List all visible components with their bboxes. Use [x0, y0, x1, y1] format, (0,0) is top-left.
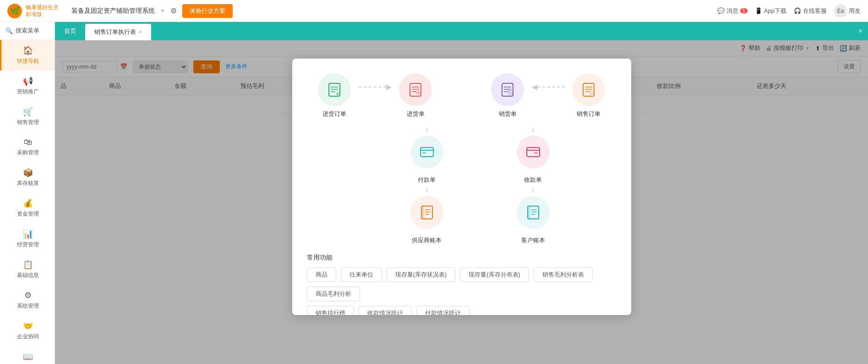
flow-label-supplier-ledger: 供应商账本 [412, 236, 442, 244]
flow-label-purchase-bill: 进货单 [407, 110, 425, 118]
sidebar-item-purchase[interactable]: 🛍 采购管理 [0, 132, 55, 162]
online-service-item[interactable]: 🎧 在线客服 [794, 7, 827, 15]
operations-icon: 📊 [23, 229, 33, 239]
app-download-item[interactable]: 📱 App下载 [755, 7, 786, 15]
func-btn-sales-profit[interactable]: 销售毛利分析表 [534, 267, 593, 282]
svg-rect-20 [420, 147, 433, 157]
message-badge: 5 [740, 8, 748, 13]
sidebar-item-beginner[interactable]: 📖 新手引导 [0, 346, 55, 364]
func-btn-products[interactable]: 商品 [307, 267, 336, 282]
func-btn-stock-status[interactable]: 现存量(库存状况表) [387, 267, 456, 282]
message-item[interactable]: 💬 消息 5 [717, 7, 748, 15]
finance-icon: 💰 [23, 198, 33, 208]
top-bar-left: 🌿 畅康通好生意 标准版 装备及固定资产辅助管理系统 ▼ ⚙ 体验行业方案 [7, 4, 233, 18]
basic-info-icon: 📋 [23, 260, 33, 270]
flow-circle-payment [410, 136, 443, 168]
page-content: ❓ 帮助 🖨 按模板打印 ▼ ⬆ 导出 🔄 刷新 [55, 40, 868, 364]
sidebar-item-finance[interactable]: 💰 资金管理 [0, 193, 55, 223]
sidebar-item-sales[interactable]: 🛒 销售管理 [0, 101, 55, 132]
flow-circle-supplier-ledger [410, 196, 443, 229]
app-container: 🌿 畅康通好生意 标准版 装备及固定资产辅助管理系统 ▼ ⚙ 体验行业方案 💬 … [0, 0, 868, 364]
flow-circle-customer-ledger [517, 196, 550, 229]
func-btn-sales-rank[interactable]: 销售排行榜 [307, 306, 354, 315]
search-icon: 🔍 [5, 27, 13, 34]
sales-icon: 🛒 [23, 107, 33, 117]
svg-rect-23 [527, 147, 540, 157]
svg-point-19 [589, 90, 594, 95]
flow-diagram: 进货订单 ▶ ✓ [307, 73, 617, 244]
func-buttons-row1: 商品 往来单位 现存量(库存状况表) 现存量(库存分布表) 销售毛利分析表 商品… [307, 267, 617, 301]
settings-icon[interactable]: ⚙ [170, 6, 177, 15]
flow-circle-purchase-order [318, 73, 351, 106]
system-title: 装备及固定资产辅助管理系统 [71, 7, 155, 15]
flow-label-purchase-order: 进货订单 [322, 110, 346, 118]
message-icon: 💬 [717, 7, 725, 14]
svg-rect-27 [421, 206, 424, 219]
inventory-icon: 📦 [23, 168, 33, 178]
logo-area: 🌿 畅康通好生意 标准版 [7, 4, 62, 18]
tabs-close-all[interactable]: × [853, 27, 868, 35]
flow-circle-purchase-bill: ✓ [399, 73, 432, 106]
sidebar-item-marketing[interactable]: 📢 营销推广 [0, 71, 55, 101]
top-right: 💬 消息 5 📱 App下载 🎧 在线客服 Ea 用友 [717, 5, 861, 17]
flow-label-payment: 付款单 [418, 176, 436, 184]
sidebar-item-system[interactable]: ⚙ 系统管理 [0, 285, 55, 315]
flow-node-sales-order[interactable]: 销售订单 [561, 73, 617, 118]
svg-text:✓: ✓ [417, 91, 420, 94]
modal: 进货订单 ▶ ✓ [292, 59, 631, 315]
tab-close-icon[interactable]: × [139, 29, 142, 35]
svg-rect-32 [528, 206, 530, 219]
func-btn-counterparts[interactable]: 往来单位 [341, 267, 382, 282]
func-btn-receipt-stats[interactable]: 收款情况统计 [359, 306, 412, 315]
flow-label-sales-bill: 销货单 [499, 110, 517, 118]
purchase-icon: 🛍 [24, 137, 32, 147]
beginner-icon: 📖 [23, 352, 33, 362]
svg-rect-22 [422, 152, 426, 154]
system-dropdown-icon[interactable]: ▼ [160, 8, 165, 13]
func-btn-payment-stats[interactable]: 付款情况统计 [416, 306, 469, 315]
flow-circle-receipt [517, 136, 550, 168]
flow-circle-sales-order [572, 73, 605, 106]
app-download-icon: 📱 [755, 7, 762, 14]
flow-node-purchase-order[interactable]: 进货订单 [307, 73, 362, 118]
sidebar-item-operations[interactable]: 📊 经营管理 [0, 223, 55, 254]
top-bar: 🌿 畅康通好生意 标准版 装备及固定资产辅助管理系统 ▼ ⚙ 体验行业方案 💬 … [0, 0, 868, 22]
flow-label-customer-ledger: 客户账本 [521, 236, 545, 244]
system-icon: ⚙ [24, 290, 32, 300]
flow-node-sales-bill[interactable]: 销货单 [480, 73, 535, 118]
svg-rect-25 [534, 152, 538, 154]
sidebar: 🔍 搜索菜单 🏠 快捷导航 📢 营销推广 🛒 销售管理 🛍 采购管理 📦 [0, 22, 55, 364]
flow-label-receipt: 收款单 [524, 176, 542, 184]
flow-circle-sales-bill [491, 73, 524, 106]
main-layout: 🔍 搜索菜单 🏠 快捷导航 📢 营销推广 🛒 销售管理 🛍 采购管理 📦 [0, 22, 868, 364]
logo-icon: 🌿 [7, 4, 22, 18]
sidebar-item-basic-info[interactable]: 📋 基础信息 [0, 254, 55, 285]
func-btn-product-profit[interactable]: 商品毛利分析 [307, 287, 360, 301]
sidebar-item-quick-nav[interactable]: 🏠 快捷导航 [0, 40, 55, 71]
sidebar-item-enterprise[interactable]: 🤝 企业协同 [0, 315, 55, 346]
enterprise-icon: 🤝 [23, 321, 33, 331]
experience-btn[interactable]: 体验行业方案 [182, 4, 233, 18]
flow-node-purchase-bill[interactable]: ✓ 进货单 [388, 73, 443, 118]
marketing-icon: 📢 [23, 76, 33, 86]
tab-sales-order[interactable]: 销售订单执行表 × [85, 24, 151, 40]
sidebar-item-inventory[interactable]: 📦 库存核算 [0, 162, 55, 193]
tab-home[interactable]: 首页 [55, 22, 85, 40]
common-funcs: 常用功能 商品 往来单位 现存量(库存状况表) 现存量(库存分布表) 销售毛利分… [307, 254, 617, 315]
svg-rect-14 [508, 90, 513, 95]
tabs-bar: 首页 销售订单执行表 × × [55, 22, 868, 40]
func-buttons-row2: 销售排行榜 收款情况统计 付款情况统计 [307, 306, 617, 315]
content-area: 首页 销售订单执行表 × × ❓ 帮助 🖨 按 [55, 22, 868, 364]
func-btn-stock-dist[interactable]: 现存量(库存分布表) [460, 267, 529, 282]
avatar: Ea [834, 5, 847, 17]
headset-icon: 🎧 [794, 7, 801, 14]
flow-label-sales-order: 销售订单 [577, 110, 601, 118]
logo-text: 畅康通好生意 标准版 [26, 4, 59, 17]
home-icon: 🏠 [23, 45, 33, 55]
search-menu[interactable]: 🔍 搜索菜单 [0, 22, 55, 40]
modal-overlay[interactable]: 进货订单 ▶ ✓ [55, 40, 868, 364]
common-funcs-title: 常用功能 [307, 254, 617, 262]
user-item[interactable]: Ea 用友 [834, 5, 861, 17]
